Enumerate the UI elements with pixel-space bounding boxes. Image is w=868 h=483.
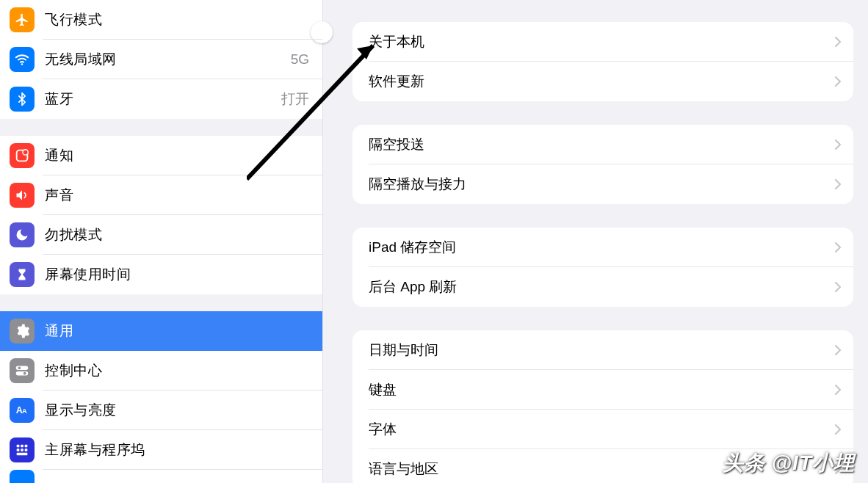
text-size-icon: AA [10,398,35,423]
chevron-right-icon [834,242,842,253]
control-center-label: 控制中心 [45,361,102,380]
keyboard-label: 键盘 [369,380,397,399]
app-grid-icon [10,437,35,462]
chevron-right-icon [834,424,842,435]
wifi-value: 5G [291,51,309,68]
settings-sidebar: 飞行模式 无线局域网 5G 蓝牙 打开 [0,0,323,483]
sidebar-group-system: 通用 控制中心 AA 显示与亮度 主屏幕与 [0,311,322,483]
detail-item-background-app-refresh[interactable]: 后台 App 刷新 [352,267,853,307]
svg-point-0 [21,63,23,65]
sidebar-item-next-partial[interactable] [0,470,322,483]
notifications-label: 通知 [45,146,73,165]
moon-icon [10,222,35,247]
svg-text:A: A [22,407,27,415]
detail-item-airplay-handoff[interactable]: 隔空播放与接力 [352,164,853,204]
chevron-right-icon [834,76,842,87]
sounds-label: 声音 [45,186,73,205]
wifi-icon [10,47,35,72]
wifi-label: 无线局域网 [45,50,117,69]
airdrop-label: 隔空投送 [369,135,424,154]
font-label: 字体 [369,420,397,439]
chevron-right-icon [834,139,842,150]
airplane-icon [10,7,35,32]
sidebar-item-sounds[interactable]: 声音 [0,175,322,215]
bluetooth-value: 打开 [281,90,309,109]
general-label: 通用 [45,322,73,341]
bluetooth-label: 蓝牙 [45,90,73,109]
sidebar-item-homescreen[interactable]: 主屏幕与程序坞 [0,430,322,470]
sidebar-item-airplane[interactable]: 飞行模式 [0,0,322,40]
card-storage-bgapp: iPad 储存空间 后台 App 刷新 [352,228,853,307]
svg-rect-14 [25,448,28,451]
partial-icon [10,470,35,483]
airplane-label: 飞行模式 [45,10,102,29]
chevron-right-icon [834,178,842,190]
lang-label: 语言与地区 [369,460,438,479]
sidebar-item-general[interactable]: 通用 [0,311,322,351]
detail-item-software-update[interactable]: 软件更新 [352,62,853,101]
about-label: 关于本机 [369,32,424,51]
sidebar-item-display[interactable]: AA 显示与亮度 [0,391,322,430]
sidebar-item-wifi[interactable]: 无线局域网 5G [0,40,322,79]
svg-point-2 [23,150,28,155]
svg-rect-9 [17,445,20,448]
general-detail-pane: 关于本机 软件更新 隔空投送 隔空播 [323,0,868,483]
display-label: 显示与亮度 [45,401,117,420]
handoff-label: 隔空播放与接力 [369,175,466,194]
svg-point-5 [18,367,21,370]
notifications-icon [10,143,35,168]
chevron-right-icon [834,384,842,396]
sidebar-item-bluetooth[interactable]: 蓝牙 打开 [0,79,322,119]
detail-item-font[interactable]: 字体 [352,410,853,449]
screentime-label: 屏幕使用时间 [45,265,131,284]
svg-rect-12 [17,448,20,451]
hourglass-icon [10,262,35,287]
gear-icon [10,319,35,344]
bgapp-label: 后台 App 刷新 [369,277,457,297]
bluetooth-icon [10,87,35,112]
sidebar-item-control-center[interactable]: 控制中心 [0,351,322,391]
sidebar-group-alerts: 通知 声音 勿扰模式 屏幕使用时间 [0,136,322,294]
svg-rect-11 [25,445,28,448]
sounds-icon [10,183,35,208]
detail-item-keyboard[interactable]: 键盘 [352,370,853,410]
detail-item-storage[interactable]: iPad 储存空间 [352,228,853,267]
watermark-text: 头条 @IT小埋 [723,449,855,477]
svg-rect-4 [16,371,29,376]
dnd-label: 勿扰模式 [45,225,102,244]
detail-item-airdrop[interactable]: 隔空投送 [352,125,853,164]
chevron-right-icon [834,281,842,293]
svg-point-6 [23,372,26,375]
chevron-right-icon [834,344,842,356]
detail-item-about[interactable]: 关于本机 [352,22,853,62]
update-label: 软件更新 [369,72,424,91]
sidebar-item-dnd[interactable]: 勿扰模式 [0,215,322,255]
svg-rect-3 [16,366,29,371]
storage-label: iPad 储存空间 [369,238,456,257]
sidebar-item-screentime[interactable]: 屏幕使用时间 [0,255,322,294]
chevron-right-icon [834,36,842,48]
svg-rect-13 [21,448,23,451]
sidebar-item-notifications[interactable]: 通知 [0,136,322,175]
homescreen-label: 主屏幕与程序坞 [45,440,145,460]
detail-item-datetime[interactable]: 日期与时间 [352,330,853,370]
card-airdrop-handoff: 隔空投送 隔空播放与接力 [352,125,853,204]
card-about-update: 关于本机 软件更新 [352,22,853,101]
datetime-label: 日期与时间 [369,341,438,360]
toggles-icon [10,358,35,383]
svg-rect-15 [17,453,28,456]
svg-rect-10 [21,445,23,448]
sidebar-group-connectivity: 飞行模式 无线局域网 5G 蓝牙 打开 [0,0,322,119]
